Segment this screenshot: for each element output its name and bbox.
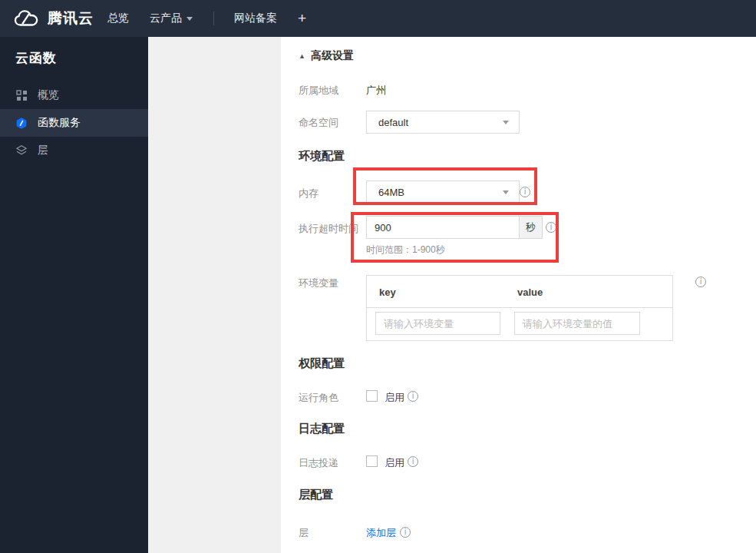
log-delivery-info-icon[interactable]: i — [408, 456, 418, 467]
plus-icon: + — [298, 10, 306, 27]
nav-icp-filing-label: 网站备案 — [234, 12, 277, 25]
log-delivery-enable-label: 启用 — [385, 456, 404, 470]
timeout-info-icon[interactable]: i — [546, 222, 556, 233]
sidebar-item-label: 概览 — [38, 88, 59, 102]
top-nav-menu: 总览 云产品 网站备案 + — [107, 0, 306, 37]
memory-label: 内存 — [299, 187, 319, 200]
sidebar-item-label: 函数服务 — [38, 116, 81, 130]
nav-overview-label: 总览 — [107, 12, 129, 25]
run-role-enable-label: 启用 — [385, 391, 404, 405]
layer-label: 层 — [299, 526, 309, 540]
sidebar-item-layers[interactable]: 层 — [0, 137, 148, 164]
namespace-label: 命名空间 — [299, 116, 338, 130]
advanced-settings-label: 高级设置 — [311, 49, 354, 63]
memory-info-icon[interactable]: i — [520, 187, 530, 197]
triangle-up-icon: ▲ — [299, 53, 305, 60]
function-hexagon-icon — [15, 117, 28, 129]
env-vars-label: 环境变量 — [299, 276, 338, 290]
run-role-checkbox[interactable] — [366, 390, 378, 402]
sidebar: 云函数 概览 — [0, 37, 148, 553]
region-label: 所属地域 — [299, 84, 338, 98]
sidebar-menu: 概览 函数服务 层 — [0, 81, 148, 164]
env-vars-table-header: key value — [367, 276, 672, 308]
section-log-config: 日志配置 — [299, 422, 345, 436]
section-layer-config: 层配置 — [299, 488, 333, 502]
advanced-settings-toggle[interactable]: ▲ 高级设置 — [299, 49, 354, 63]
log-delivery-label: 日志投递 — [299, 456, 338, 470]
timeout-input[interactable] — [366, 216, 520, 239]
top-navigation-bar: 腾讯云 总览 云产品 网站备案 + — [0, 0, 756, 37]
tencent-cloud-logo[interactable]: 腾讯云 — [13, 0, 94, 37]
nav-overview[interactable]: 总览 — [107, 12, 129, 25]
section-env-config: 环境配置 — [299, 149, 345, 164]
brand-name: 腾讯云 — [48, 8, 94, 28]
timeout-range-hint: 时间范围：1-900秒 — [366, 243, 445, 257]
nav-cloud-products[interactable]: 云产品 — [150, 12, 193, 25]
cloud-logo-icon — [13, 9, 41, 28]
chevron-down-icon — [503, 121, 509, 124]
namespace-select[interactable]: default — [366, 111, 520, 134]
timeout-unit-suffix: 秒 — [519, 216, 543, 239]
section-permission-config: 权限配置 — [299, 356, 345, 371]
timeout-label: 执行超时时间 — [299, 222, 358, 236]
env-var-value-input[interactable] — [514, 312, 640, 335]
sidebar-product-title: 云函数 — [15, 49, 57, 67]
topbar-divider — [213, 12, 214, 25]
env-vars-key-header: key — [379, 286, 396, 298]
chevron-down-icon — [187, 17, 193, 21]
env-var-key-input[interactable] — [375, 312, 500, 335]
nav-icp-filing[interactable]: 网站备案 — [234, 12, 277, 25]
run-role-info-icon[interactable]: i — [408, 391, 418, 402]
run-role-label: 运行角色 — [299, 391, 338, 405]
layers-icon — [15, 144, 28, 157]
region-value: 广州 — [366, 84, 386, 98]
nav-add-shortcut-button[interactable]: + — [298, 10, 306, 27]
env-vars-value-header: value — [517, 286, 543, 298]
tencent-cloud-console: 腾讯云 总览 云产品 网站备案 + 云函数 — [0, 0, 756, 553]
memory-selected-value: 64MB — [378, 187, 404, 198]
secondary-panel — [148, 37, 281, 553]
sidebar-item-label: 层 — [38, 144, 48, 157]
chevron-down-icon — [503, 190, 509, 194]
add-layer-link[interactable]: 添加层 — [366, 526, 396, 540]
env-vars-table: key value — [366, 275, 673, 341]
function-config-form: ▲ 高级设置 所属地域 广州 命名空间 default 环境配置 内存 64MB… — [281, 37, 756, 553]
nav-cloud-products-label: 云产品 — [150, 12, 182, 25]
sidebar-item-overview[interactable]: 概览 — [0, 81, 148, 109]
layer-info-icon[interactable]: i — [400, 527, 411, 538]
grid-icon — [15, 89, 28, 101]
memory-select[interactable]: 64MB — [366, 180, 520, 204]
env-vars-info-icon[interactable]: i — [695, 276, 706, 287]
sidebar-item-function-service[interactable]: 函数服务 — [0, 109, 148, 137]
log-delivery-checkbox[interactable] — [366, 455, 378, 467]
namespace-selected-value: default — [378, 117, 408, 128]
